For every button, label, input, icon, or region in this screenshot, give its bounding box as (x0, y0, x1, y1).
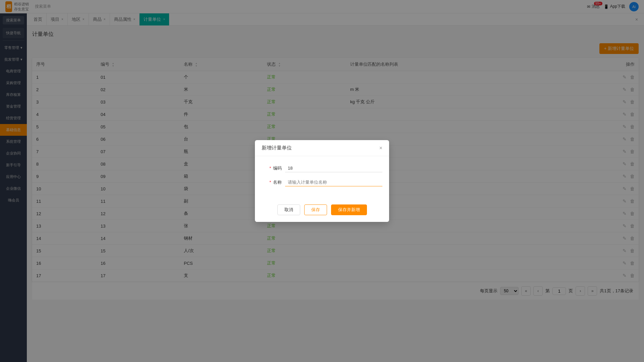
save-button[interactable]: 保存 (304, 204, 327, 215)
form-row-code: * 编码 (262, 164, 382, 172)
name-input[interactable] (285, 178, 382, 186)
modal-overlay[interactable]: 新增计量单位 × * 编码 * 名称 取消 保存 保存并新增 (0, 0, 644, 362)
modal-footer: 取消 保存 保存并新增 (255, 200, 389, 222)
modal-close-button[interactable]: × (379, 145, 382, 151)
save-and-new-button[interactable]: 保存并新增 (331, 204, 367, 215)
add-unit-modal: 新增计量单位 × * 编码 * 名称 取消 保存 保存并新增 (255, 140, 389, 222)
form-row-name: * 名称 (262, 178, 382, 186)
code-label: 编码 (273, 166, 282, 171)
form-label-code: * 编码 (262, 165, 282, 171)
modal-header: 新增计量单位 × (255, 140, 389, 156)
code-input[interactable] (285, 164, 382, 172)
form-label-name: * 名称 (262, 179, 282, 185)
cancel-button[interactable]: 取消 (277, 204, 300, 215)
required-star-code: * (269, 166, 271, 171)
name-label: 名称 (273, 180, 282, 185)
modal-body: * 编码 * 名称 (255, 156, 389, 200)
modal-title: 新增计量单位 (262, 145, 292, 151)
required-star-name: * (269, 180, 271, 185)
